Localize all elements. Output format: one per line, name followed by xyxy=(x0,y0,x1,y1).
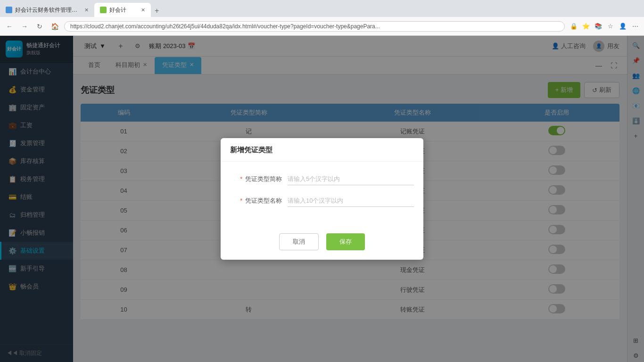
field-name-text: 凭证类型名称 xyxy=(245,197,282,204)
security-icon: 🔒 xyxy=(569,21,579,32)
address-input[interactable] xyxy=(64,21,565,32)
form-row-abbr: * 凭证类型简称 xyxy=(230,173,414,185)
browser-actions: 🔒 ⭐ 📚 ☆ 👤 ⋯ xyxy=(569,21,640,32)
new-tab-button[interactable]: + xyxy=(151,5,163,17)
home-button[interactable]: 🏠 xyxy=(49,21,60,32)
tab-title-1: 好会计云财务软件管理系统_会计 xyxy=(15,6,81,14)
modal-header: 新增凭证类型 xyxy=(221,138,423,162)
form-row-name: * 凭证类型名称 xyxy=(230,195,414,207)
tab-bar: 好会计云财务软件管理系统_会计 ✕ 好会计 ✕ + xyxy=(0,0,644,17)
browser-chrome: 好会计云财务软件管理系统_会计 ✕ 好会计 ✕ + ← → ↻ 🏠 🔒 ⭐ 📚 … xyxy=(0,0,644,36)
required-mark-abbr: * xyxy=(240,175,242,182)
tab-close-1[interactable]: ✕ xyxy=(84,7,89,13)
modal-title: 新增凭证类型 xyxy=(230,146,272,155)
back-button[interactable]: ← xyxy=(4,21,15,32)
reload-button[interactable]: ↻ xyxy=(34,21,45,32)
more-btn[interactable]: ⋯ xyxy=(630,21,640,32)
tab-title-2: 好会计 xyxy=(109,6,137,14)
field-abbr-input[interactable] xyxy=(288,173,414,185)
modal-body: * 凭证类型简称 * 凭证类型名称 xyxy=(221,162,423,228)
favorites-btn[interactable]: ☆ xyxy=(605,21,616,32)
field-abbr-text: 凭证类型简称 xyxy=(245,175,282,182)
new-voucher-type-modal: 新增凭证类型 * 凭证类型简称 * 凭证类型名称 取消 保存 xyxy=(221,138,423,260)
collections-btn[interactable]: 📚 xyxy=(593,21,603,32)
extensions-btn[interactable]: ⭐ xyxy=(581,21,591,32)
browser-tab-2[interactable]: 好会计 ✕ xyxy=(94,3,151,17)
address-bar: ← → ↻ 🏠 🔒 ⭐ 📚 ☆ 👤 ⋯ xyxy=(0,17,644,36)
modal-cancel-button[interactable]: 取消 xyxy=(279,233,319,250)
browser-tab-1[interactable]: 好会计云财务软件管理系统_会计 ✕ xyxy=(0,3,94,17)
tab-favicon-1 xyxy=(6,7,12,13)
modal-footer: 取消 保存 xyxy=(221,228,423,260)
required-mark-name: * xyxy=(240,197,242,204)
field-name-input[interactable] xyxy=(288,195,414,207)
tab-close-2[interactable]: ✕ xyxy=(141,7,145,13)
profile-btn[interactable]: 👤 xyxy=(618,21,628,32)
tab-favicon-2 xyxy=(100,7,107,13)
forward-button[interactable]: → xyxy=(19,21,30,32)
modal-overlay: 新增凭证类型 * 凭证类型简称 * 凭证类型名称 取消 保存 xyxy=(0,36,644,362)
field-abbr-label: * 凭证类型简称 xyxy=(230,175,282,183)
modal-save-button[interactable]: 保存 xyxy=(326,233,365,250)
field-name-label: * 凭证类型名称 xyxy=(230,197,282,205)
